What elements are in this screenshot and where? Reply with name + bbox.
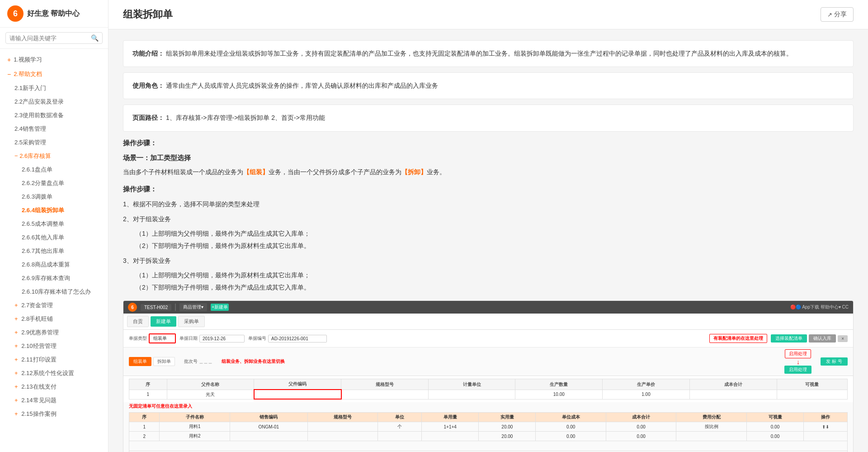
sidebar-item-online-pay[interactable]: + 2.13在线支付 (0, 380, 108, 394)
page-title: 组装拆卸单 (123, 8, 173, 21)
sidebar-item-customize[interactable]: + 2.12系统个性化设置 (0, 366, 108, 380)
sidebar-item-data-prep[interactable]: 2.3使用前数据准备 (0, 109, 108, 122)
function-intro-block: 功能介绍： 组装拆卸单用来处理企业组装或拆卸等加工业务，支持有固定装配清单的产品… (123, 40, 854, 67)
mock-tab-purchase: 采购单 (178, 316, 205, 327)
std-name: 用料1 (160, 422, 230, 432)
sidebar-item-cost-adjust[interactable]: 2.6.5成本调整单 (0, 217, 108, 231)
sth-code: 销售编码 (230, 413, 307, 422)
plus-icon: + (14, 329, 18, 336)
sidebar-item-install[interactable]: 2.2产品安装及登录 (0, 95, 108, 109)
sth-alloc: 费用分配 (676, 413, 747, 422)
annotation2: 组装业务、拆卸业务在这里切换 (222, 358, 285, 365)
sidebar-item-account-err[interactable]: 2.6.10库存账本错了怎么办 (0, 285, 108, 299)
mock-btn-other: 确认入库 (809, 334, 836, 343)
sidebar-item-video[interactable]: + 1.视频学习 (0, 52, 108, 67)
sidebar-item-stock-check[interactable]: 2.6.9库存账本查询 (0, 271, 108, 285)
sidebar-item-inventory[interactable]: − 2.6库存核算 (0, 149, 108, 163)
step1-text: 1、根据不同的业务，选择不同单据的类型来处理 (123, 198, 854, 210)
mock-type-label: 单据类型 (129, 335, 147, 342)
sidebar-item-coupon[interactable]: + 2.9优惠券管理 (0, 326, 108, 339)
screenshot-wrapper: 6 TEST-H002 商品管理▾ +新建单 🔴🔵 App下载 帮助中心▾ CC… (123, 301, 853, 452)
sth-unit-cost: 单位成本 (536, 413, 606, 422)
std-cost: 0.00 (606, 422, 676, 432)
main-area: 组装拆卸单 ↗ 分享 功能介绍： 组装拆卸单用来处理企业组装或拆卸等加工业务，支… (108, 0, 868, 452)
sub-table-row: 1 用料1 ONGM-01 个 1+1+4 20.00 0.00 0.00 (129, 422, 848, 432)
role-label: 使用角色： (132, 82, 164, 89)
mock-company: TEST-H002 (141, 304, 171, 311)
sidebar-item-print[interactable]: + 2.11打印设置 (0, 353, 108, 366)
th-seq: 序 (129, 379, 167, 390)
th-qty: 生产数量 (515, 379, 603, 390)
sidebar-item-label: 2.帮助文档 (14, 70, 42, 78)
search-input[interactable] (9, 35, 91, 42)
sidebar-item-cost-recalc[interactable]: 2.6.8商品成本重算 (0, 258, 108, 271)
sidebar-header: 6 好生意 帮助中心 (0, 0, 108, 28)
std-avail: 0.00 (746, 422, 803, 432)
sidebar-item-other-in[interactable]: 2.6.6其他入库单 (0, 231, 108, 244)
sidebar-item-docs[interactable]: − 2.帮助文档 (0, 67, 108, 81)
sidebar-item-case[interactable]: + 2.15操作案例 (0, 407, 108, 421)
main-content: 功能介绍： 组装拆卸单用来处理企业组装或拆卸等加工业务，支持有固定装配清单的产品… (108, 29, 868, 452)
nav-list: + 1.视频学习 − 2.帮助文档 2.1新手入门 2.2产品安装及登录 2.3… (0, 49, 108, 452)
sth-spec: 规格型号 (307, 413, 378, 422)
mock-type-value: 组装单 (149, 333, 176, 343)
th-cost: 成本合计 (689, 379, 777, 390)
mock-field-type: 单据类型 组装单 (129, 333, 176, 343)
search-icon: 🔍 (91, 34, 99, 42)
sidebar: 6 好生意 帮助中心 🔍 + 1.视频学习 − 2.帮助文档 2.1新手入门 2… (0, 0, 108, 452)
mock-form-section: 单据类型 组装单 单据日期 2019-12-26 单据编号 AD-2019122… (123, 330, 853, 376)
sidebar-item-mobile[interactable]: + 2.8手机旺铺 (0, 312, 108, 326)
annotation3-wrap: 启用处理 ↓ 启用处理 (784, 349, 811, 374)
std-unit-cost: 0.00 (536, 432, 606, 441)
td-seq: 1 (129, 390, 167, 399)
sidebar-item-assembly[interactable]: 2.6.4组装拆卸单 (0, 204, 108, 217)
mock-tab-new: 新建单 (151, 316, 176, 327)
th-unit: 计量单位 (428, 379, 515, 390)
std-code: ONGM-01 (230, 422, 307, 432)
mock-app: 6 TEST-H002 商品管理▾ +新建单 🔴🔵 App下载 帮助中心▾ CC… (123, 301, 853, 452)
sub-table-row: 2 用料2 20.00 0.00 0.00 (129, 432, 848, 441)
app-brand: 好生意 帮助中心 (27, 9, 80, 19)
share-button[interactable]: ↗ 分享 (821, 7, 854, 22)
sidebar-item-adjust[interactable]: 2.6.3调拨单 (0, 190, 108, 204)
sth-seq: 序 (129, 413, 160, 422)
std-name: 用料2 (160, 432, 230, 441)
role-block: 使用角色： 通常由生产人员或库管人员完成拆装业务的操作，库管人员确认原材料的出库… (123, 72, 854, 99)
sidebar-item-sales[interactable]: 2.4销售管理 (0, 122, 108, 136)
sidebar-item-stocktake[interactable]: 2.6.1盘点单 (0, 163, 108, 176)
mock-nav-tabs: 自贡 新建单 采购单 (123, 314, 853, 330)
std-alloc (676, 432, 747, 441)
plus-icon: + (14, 302, 18, 309)
plus-icon: + (14, 410, 18, 417)
sidebar-item-newbie[interactable]: 2.1新手入门 (0, 81, 108, 95)
mock-btn-disassembly: 拆卸单 (153, 357, 175, 366)
sidebar-item-operation[interactable]: + 2.10经营管理 (0, 339, 108, 353)
sidebar-item-faq[interactable]: + 2.14常见问题 (0, 394, 108, 407)
sidebar-item-finance[interactable]: + 2.7资金管理 (0, 299, 108, 312)
annotation3: 启用处理 (785, 349, 811, 358)
std-avail: 0.00 (746, 432, 803, 441)
std-usage: 1+1+4 (422, 422, 479, 432)
mock-topbar: 6 TEST-H002 商品管理▾ +新建单 🔴🔵 App下载 帮助中心▾ CC (123, 301, 853, 314)
sth-op: 操作 (804, 413, 848, 422)
sth-cost: 成本合计 (606, 413, 676, 422)
sidebar-item-other-out[interactable]: 2.6.7其他出库单 (0, 244, 108, 258)
mock-qty-info: 批次号 ＿＿＿ (184, 358, 212, 365)
mock-btn-confirm: 发 标 号 (821, 357, 848, 366)
sidebar-item-label: 1.视频学习 (14, 56, 42, 64)
plus-icon: + (14, 343, 18, 349)
function-intro-text: 组装拆卸单用来处理企业组装或拆卸等加工业务，支持有固定装配清单的产品加工业务，也… (166, 50, 793, 57)
td-parent-code (254, 390, 341, 399)
plus-icon: + (14, 315, 18, 322)
std-op: ⬆⬇ (804, 422, 848, 432)
mock-top-table-area: 序 父件名称 父件编码 规格型号 计量单位 生产数量 生产单价 成本合计 可视量 (123, 376, 853, 402)
std-usage (422, 432, 479, 441)
sidebar-item-purchase[interactable]: 2.5采购管理 (0, 136, 108, 149)
sidebar-item-split-stocktake[interactable]: 2.6.2分量盘点单 (0, 176, 108, 190)
std-actual: 20.00 (479, 432, 536, 441)
mock-action-btns: 组装单 拆卸单 (129, 357, 175, 366)
th-price: 生产单价 (603, 379, 690, 390)
step3-sub2: （2）下部明细为子件明细，最终作为产成品生成其它入库单。 (123, 281, 854, 294)
mock-nav-dropdown: 商品管理▾ (179, 303, 207, 311)
std-unit-cost: 0.00 (536, 422, 606, 432)
